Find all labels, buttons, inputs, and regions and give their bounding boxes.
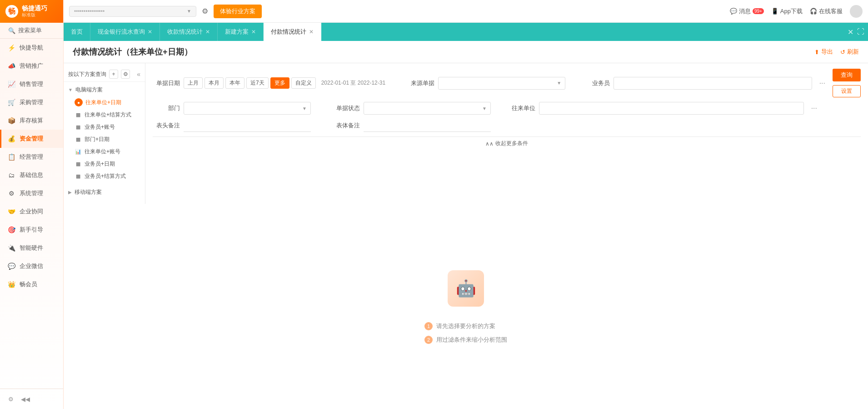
scheme-item-staff-account[interactable]: ▦ 业务员+账号	[64, 121, 145, 133]
filter-settings-button[interactable]: 设置	[833, 85, 861, 97]
topbar: •••••••••••••••• ▼ ⚙ 体验行业方案 💬 消息 99+ 📱 A…	[64, 0, 868, 23]
settings-bottom-icon[interactable]: ⚙	[5, 394, 16, 404]
scheme-settings-btn[interactable]: ⚙	[121, 70, 130, 79]
filter-form: 单据日期 上月 本月 本年 近7天 更多 自定义 2022-01-01 至 20…	[145, 63, 868, 204]
tabbar: 首页 现金银行流水查询 ✕ 收款情况统计 ✕ 新建方案 ✕ 付款情况统计 ✕ ✕…	[64, 23, 868, 41]
scheme-item-staff-date[interactable]: ▦ 业务员+日期	[64, 158, 145, 170]
active-dot-icon: ●	[75, 98, 83, 106]
staff-select[interactable]	[614, 77, 812, 90]
scheme-item-unit-date[interactable]: ● 往来单位+日期	[64, 96, 145, 109]
url-chevron-icon: ▼	[187, 9, 191, 14]
desktop-group-label: 电脑端方案	[75, 86, 103, 94]
scheme-collapse-btn[interactable]: «	[137, 71, 140, 78]
service-icon: 🎧	[810, 8, 817, 15]
this-month-btn[interactable]: 本月	[205, 77, 224, 89]
online-service-item[interactable]: 🎧 在线客服	[810, 7, 843, 15]
main-area: •••••••••••••••• ▼ ⚙ 体验行业方案 💬 消息 99+ 📱 A…	[64, 0, 868, 409]
more-btn[interactable]: 更多	[270, 77, 289, 89]
dept-select[interactable]: ▼	[184, 102, 311, 115]
user-avatar[interactable]	[850, 5, 863, 18]
partner-dots-btn[interactable]: ···	[808, 103, 821, 114]
tab-new-scheme[interactable]: 新建方案 ✕	[218, 23, 264, 41]
mobile-group-label: 移动端方案	[75, 188, 102, 196]
desktop-arrow-icon: ▼	[68, 87, 73, 92]
sidebar-item-hardware[interactable]: 🔌 智能硬件	[0, 239, 63, 257]
sidebar-item-enterprise[interactable]: 🤝 企业协同	[0, 202, 63, 221]
empty-hint-1: 1 请先选择要分析的方案	[424, 320, 507, 332]
last-month-btn[interactable]: 上月	[184, 77, 203, 89]
last-7days-btn[interactable]: 近7天	[246, 77, 269, 89]
table-body-note-input[interactable]	[364, 119, 491, 132]
close-payment-stats-icon[interactable]: ✕	[309, 29, 314, 35]
search-menu[interactable]: 🔍 搜索菜单	[0, 23, 63, 39]
scheme-group-desktop-header[interactable]: ▼ 电脑端方案	[64, 84, 145, 96]
sidebar-item-inventory[interactable]: 📦 库存核算	[0, 111, 63, 130]
empty-hint-2: 2 用过滤条件来缩小分析范围	[424, 334, 507, 346]
scheme-sidebar: 按以下方案查询 + ⚙ « ▼ 电脑端方案 ● 往来单位+日期 ▦	[64, 63, 145, 204]
tab-cash-flow[interactable]: 现金银行流水查询 ✕	[90, 23, 160, 41]
tab-receipt-stats[interactable]: 收款情况统计 ✕	[160, 23, 218, 41]
sidebar-item-sales[interactable]: 📈 销售管理	[0, 75, 63, 93]
quick-nav-icon: ⚡	[7, 43, 16, 52]
export-button[interactable]: ⬆ 导出	[814, 48, 833, 56]
sidebar-item-guide[interactable]: 🎯 新手引导	[0, 221, 63, 239]
collapse-sidebar-icon[interactable]: ◀◀	[20, 394, 31, 404]
partner-label: 往来单位	[508, 104, 535, 112]
tabbar-controls: ✕ ⛶	[844, 28, 868, 36]
query-button[interactable]: 查询	[833, 69, 861, 81]
filter-row-notes: 表头备注 表体备注	[153, 119, 861, 132]
doc-status-chevron-icon: ▼	[482, 106, 487, 111]
staff-label: 业务员	[583, 79, 610, 87]
sidebar-item-capital[interactable]: 💰 资金管理	[0, 130, 63, 148]
sidebar-item-wechat[interactable]: 💬 企业微信	[0, 257, 63, 275]
scheme-item-unit-account[interactable]: 📊 往来单位+账号	[64, 146, 145, 158]
empty-robot-icon: 🤖	[456, 279, 476, 298]
url-bar[interactable]: •••••••••••••••• ▼	[69, 6, 196, 17]
scheme-group-desktop: ▼ 电脑端方案 ● 往来单位+日期 ▦ 往来单位+结算方式 ▦ 业务员+账号	[64, 82, 145, 184]
add-scheme-btn[interactable]: +	[109, 70, 118, 79]
maximize-icon[interactable]: ⛶	[857, 28, 864, 36]
close-cash-flow-icon[interactable]: ✕	[148, 29, 152, 35]
messages-item[interactable]: 💬 消息 99+	[730, 7, 764, 15]
page-header-actions: ⬆ 导出 ↺ 刷新	[814, 48, 859, 56]
partner-select[interactable]	[539, 102, 804, 115]
sidebar-item-purchase[interactable]: 🛒 采购管理	[0, 93, 63, 111]
messages-badge: 99+	[753, 8, 764, 14]
sidebar-item-member[interactable]: 👑 畅会员	[0, 275, 63, 293]
system-icon: ⚙	[7, 189, 16, 198]
download-icon: 📱	[771, 8, 778, 15]
refresh-button[interactable]: ↺ 刷新	[840, 48, 859, 56]
settings-icon[interactable]: ⚙	[200, 5, 210, 17]
sidebar-item-marketing[interactable]: 📣 营销推广	[0, 57, 63, 75]
sidebar-item-quick-nav[interactable]: ⚡ 快捷导航	[0, 39, 63, 57]
close-all-tabs-icon[interactable]: ✕	[848, 28, 853, 36]
this-year-btn[interactable]: 本年	[225, 77, 244, 89]
staff-dots-btn[interactable]: ···	[816, 78, 829, 89]
close-receipt-stats-icon[interactable]: ✕	[205, 29, 210, 35]
scheme-table-icon-5: ▦	[75, 173, 82, 180]
filter-wrapper: 按以下方案查询 + ⚙ « ▼ 电脑端方案 ● 往来单位+日期 ▦	[64, 63, 868, 204]
content-area: 付款情况统计（往来单位+日期） ⬆ 导出 ↺ 刷新 按以下方案查询 + ⚙	[64, 41, 868, 409]
doc-status-select[interactable]: ▼	[364, 102, 491, 115]
tab-payment-stats[interactable]: 付款情况统计 ✕	[264, 23, 321, 41]
scheme-item-unit-settle[interactable]: ▦ 往来单位+结算方式	[64, 109, 145, 121]
tab-new-scheme-label: 新建方案	[225, 28, 249, 36]
close-new-scheme-icon[interactable]: ✕	[251, 29, 256, 35]
url-text: ••••••••••••••••	[74, 8, 105, 15]
app-name: 畅捷通巧	[22, 5, 47, 12]
custom-btn[interactable]: 自定义	[291, 77, 316, 89]
collapse-more-conditions-btn[interactable]: ∧∧ 收起更多条件	[153, 136, 861, 150]
wechat-icon: 💬	[7, 262, 16, 271]
sidebar-item-operations[interactable]: 📋 经营管理	[0, 148, 63, 166]
scheme-item-dept-date[interactable]: ▦ 部门+日期	[64, 133, 145, 146]
sidebar-item-system[interactable]: ⚙ 系统管理	[0, 184, 63, 202]
source-doc-select[interactable]: ▼	[438, 77, 565, 90]
scheme-group-mobile-header[interactable]: ▶ 移动端方案	[64, 186, 145, 198]
tab-home[interactable]: 首页	[64, 23, 90, 41]
scheme-item-staff-settle[interactable]: ▦ 业务员+结算方式	[64, 170, 145, 182]
app-download-item[interactable]: 📱 App下载	[771, 7, 803, 15]
table-header-note-input[interactable]	[184, 119, 311, 132]
filter-actions: 查询 设置	[833, 69, 861, 97]
sidebar-item-basic-info[interactable]: 🗂 基础信息	[0, 166, 63, 184]
trial-button[interactable]: 体验行业方案	[214, 5, 262, 18]
